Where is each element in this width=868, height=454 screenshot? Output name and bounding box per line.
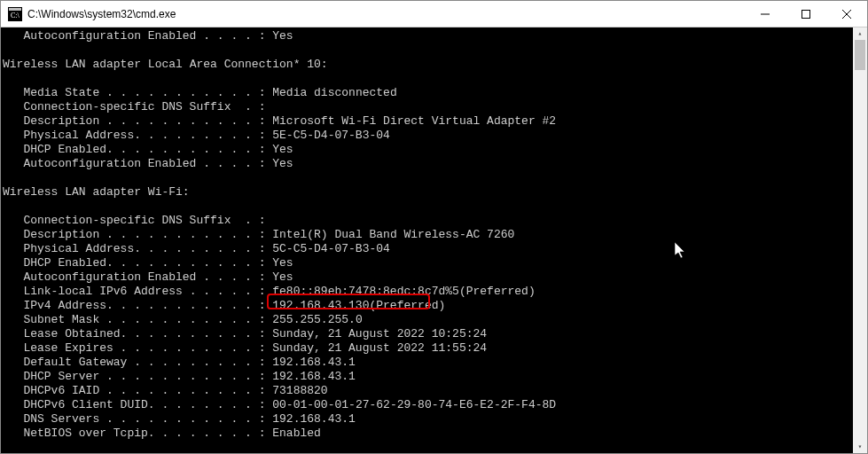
property-value: 192.168.43.130(Preferred) xyxy=(272,299,445,313)
property-value: Yes xyxy=(272,157,293,171)
property-value: Yes xyxy=(272,256,293,270)
vertical-scrollbar[interactable]: ▴ ▾ xyxy=(853,27,867,453)
terminal-output[interactable]: Autoconfiguration Enabled . . . . : Yes … xyxy=(1,27,867,453)
scroll-down-button[interactable]: ▾ xyxy=(853,441,867,453)
property-label: Default Gateway xyxy=(23,356,127,370)
property-label: NetBIOS over Tcpip xyxy=(23,427,147,441)
property-value: 192.168.43.1 xyxy=(272,356,356,370)
property-label: DHCPv6 Client DUID xyxy=(23,398,147,412)
minimize-button[interactable] xyxy=(745,1,786,27)
property-label: Autoconfiguration Enabled xyxy=(23,270,196,285)
property-label: DHCPv6 IAID xyxy=(23,384,99,398)
property-value: Media disconnected xyxy=(272,86,396,100)
property-value: Yes xyxy=(272,143,293,157)
property-label: DNS Servers xyxy=(23,412,99,427)
property-value: Yes xyxy=(272,29,293,43)
window-title: C:\Windows\system32\cmd.exe xyxy=(27,8,745,20)
adapter-header: Wireless LAN adapter Wi-Fi: xyxy=(3,185,867,200)
adapter-header: Wireless LAN adapter Local Area Connecti… xyxy=(3,58,867,72)
property-label: Autoconfiguration Enabled xyxy=(23,29,196,43)
window: C:\ C:\Windows\system32\cmd.exe Autoconf… xyxy=(0,0,868,454)
maximize-button[interactable] xyxy=(786,1,826,27)
property-label: Physical Address xyxy=(23,242,134,256)
property-label: Description xyxy=(23,228,99,242)
property-label: Connection-specific DNS Suffix xyxy=(23,100,231,114)
window-controls xyxy=(745,1,867,27)
svg-rect-1 xyxy=(9,8,21,11)
property-value: Microsoft Wi-Fi Direct Virtual Adapter #… xyxy=(272,114,556,129)
titlebar[interactable]: C:\ C:\Windows\system32\cmd.exe xyxy=(1,1,867,27)
property-value: 192.168.43.1 xyxy=(272,370,356,384)
svg-text:C:\: C:\ xyxy=(11,12,20,20)
property-value: 255.255.255.0 xyxy=(272,313,362,327)
property-value: fe80::89eb:7478:8edc:8c7d%5(Preferred) xyxy=(272,285,535,299)
property-label: Description xyxy=(23,114,99,129)
cmd-icon: C:\ xyxy=(8,7,22,21)
property-value: 5C-C5-D4-07-B3-04 xyxy=(272,242,390,256)
property-label: Lease Obtained xyxy=(23,327,120,341)
property-value: Sunday, 21 August 2022 10:25:24 xyxy=(272,327,487,341)
property-value: 192.168.43.1 xyxy=(272,412,356,427)
property-label: DHCP Enabled xyxy=(23,143,106,157)
scroll-up-button[interactable]: ▴ xyxy=(853,27,867,40)
scrollbar-thumb[interactable] xyxy=(855,40,865,70)
property-label: Lease Expires xyxy=(23,341,113,356)
property-value: Enabled xyxy=(272,427,321,441)
property-label: Physical Address xyxy=(23,129,134,143)
svg-rect-4 xyxy=(802,10,810,18)
close-button[interactable] xyxy=(826,1,867,27)
property-label: Connection-specific DNS Suffix xyxy=(23,214,231,228)
property-label: Subnet Mask xyxy=(23,313,99,327)
property-label: Media State xyxy=(23,86,99,100)
property-label: DHCP Server xyxy=(23,370,99,384)
property-label: DHCP Enabled xyxy=(23,256,106,270)
property-value: 73188820 xyxy=(272,384,327,398)
property-value: 00-01-00-01-27-62-29-80-74-E6-E2-2F-F4-8… xyxy=(272,398,556,412)
property-label: Link-local IPv6 Address xyxy=(23,285,182,299)
property-value: Intel(R) Dual Band Wireless-AC 7260 xyxy=(272,228,514,242)
property-label: IPv4 Address xyxy=(23,299,106,313)
property-value: 5E-C5-D4-07-B3-04 xyxy=(272,129,390,143)
property-label: Autoconfiguration Enabled xyxy=(23,157,196,171)
property-value: Yes xyxy=(272,270,293,285)
property-value: Sunday, 21 August 2022 11:55:24 xyxy=(272,341,487,356)
